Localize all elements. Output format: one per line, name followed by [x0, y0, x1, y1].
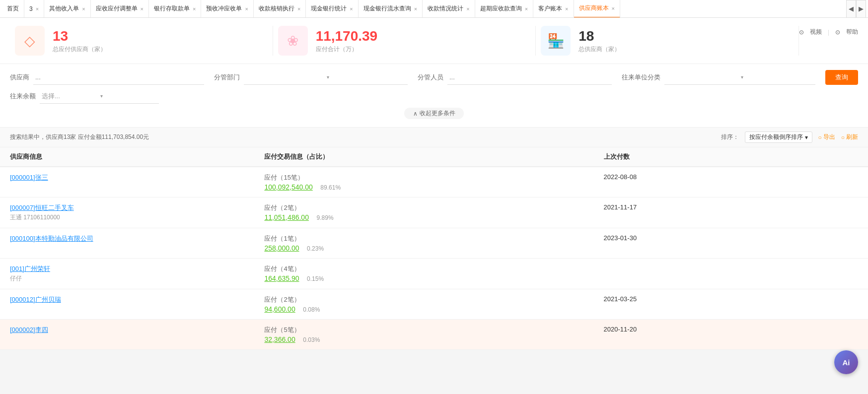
balance-select[interactable]: 选择... ▾ [40, 89, 159, 104]
sort-value: 按应付余额倒序排序 [749, 133, 803, 141]
nav-tab-bank[interactable]: 银行存取款单 × [149, 0, 201, 18]
payable-suppliers-label: 总应付供应商（家） [53, 45, 106, 54]
close-icon[interactable]: × [466, 6, 469, 12]
trans-amount[interactable]: 164,635.90 [264, 274, 299, 282]
close-icon[interactable]: × [612, 5, 615, 11]
filter-person: 分管人员 [418, 70, 612, 85]
close-icon[interactable]: × [565, 6, 568, 12]
result-actions: 排序： 按应付余额倒序排序 ▾ ○ 导出 ○ 刷新 [721, 131, 859, 143]
nav-tab-collection-stats-label: 收款情况统计 [428, 4, 463, 13]
supplier-label: 供应商 [10, 73, 29, 82]
nav-tab-collection-label: 收款核销执行 [259, 4, 294, 13]
nav-tab-cash-bank-stats-label: 现金银行统计 [311, 4, 347, 13]
summary-card-total-payable: ❀ 11,170.39 应付合计（万） [273, 26, 536, 56]
supplier-link[interactable]: [001]广州荣轩 [10, 265, 50, 272]
dept-label: 分管部门 [214, 73, 240, 82]
help-icon: ⊙ [835, 29, 840, 36]
close-icon[interactable]: × [350, 6, 353, 12]
top-links: ⊙ 视频 | ⊙ 帮助 [799, 26, 858, 36]
transaction-info: 应付（5笔） 32,366.00 0.03% [264, 326, 603, 343]
nav-next-arrow[interactable]: ▶ [856, 0, 866, 18]
nav-tab-customer-ledger[interactable]: 客户账本 × [533, 0, 574, 18]
person-label: 分管人员 [418, 73, 443, 82]
table-row: [000012]广州贝瑞 应付（2笔） 94,600.00 0.08% 2021… [0, 289, 868, 320]
total-payable-icon: ❀ [278, 26, 308, 56]
close-icon[interactable]: × [414, 6, 417, 12]
filter-area: 供应商 分管部门 ▾ 分管人员 往来单位分类 ▾ 查询 往来余额 选择 [0, 64, 868, 128]
close-icon[interactable]: × [525, 6, 528, 12]
chevron-down-icon: ▾ [741, 74, 813, 80]
search-button[interactable]: 查询 [825, 70, 858, 85]
result-bar: 搜索结果中，供应商13家 应付金额111,703,854.00元 排序： 按应付… [0, 128, 868, 147]
filter-balance: 往来余额 选择... ▾ [10, 89, 159, 104]
video-icon: ⊙ [799, 29, 804, 36]
sort-label: 排序： [721, 133, 739, 141]
trans-amount[interactable]: 32,366.00 [264, 335, 295, 343]
summary-card-payable-suppliers: ◇ 13 总应付供应商（家） [10, 26, 273, 56]
close-icon[interactable]: × [193, 6, 196, 12]
close-icon[interactable]: × [36, 6, 39, 12]
nav-prev-arrow[interactable]: ◀ [846, 0, 856, 18]
lastpay-date: 2022-08-08 [604, 173, 858, 181]
supplier-input[interactable] [33, 70, 204, 85]
nav-tab-other-income[interactable]: 其他收入单 × [44, 0, 90, 18]
supplier-link[interactable]: [000002]李四 [10, 326, 48, 333]
video-link[interactable]: 视频 [810, 28, 822, 36]
nav-tab-adjust[interactable]: 应收应付调整单 × [91, 0, 149, 18]
lastpay-value: 2021-03-25 [604, 295, 637, 303]
nav-tab-overdue[interactable]: 超期应收款查询 × [475, 0, 533, 18]
close-icon[interactable]: × [82, 6, 85, 12]
transaction-info: 应付（1笔） 258,000.00 0.23% [264, 234, 603, 252]
transaction-info: 应付（2笔） 11,051,486.00 9.89% [264, 203, 603, 221]
sort-button[interactable]: 按应付余额倒序排序 ▾ [745, 131, 812, 143]
summary-area: ◇ 13 总应付供应商（家） ❀ 11,170.39 应付合计（万） 🏪 18 … [0, 18, 868, 64]
nav-tab-cash-bank-stats[interactable]: 现金银行统计 × [306, 0, 358, 18]
nav-tab-prepay[interactable]: 预收冲应收单 × [201, 0, 253, 18]
refresh-button[interactable]: ○ 刷新 [841, 133, 858, 141]
transaction-info: 应付（2笔） 94,600.00 0.08% [264, 295, 603, 313]
supplier-link[interactable]: [000001]张三 [10, 174, 48, 181]
help-link[interactable]: 帮助 [846, 28, 858, 36]
supplier-info: [000012]广州贝瑞 [10, 295, 264, 305]
supplier-link[interactable]: [000007]恒旺二手叉车 [10, 204, 74, 211]
export-button[interactable]: ○ 导出 [818, 133, 835, 141]
supplier-sub: 王通 17106110000 [10, 213, 264, 222]
export-label: 导出 [823, 133, 835, 141]
close-icon[interactable]: × [245, 6, 248, 12]
nav-tab-cash-bank-flow[interactable]: 现金银行流水查询 × [359, 0, 423, 18]
trans-percent: 0.03% [303, 336, 320, 343]
lastpay-date: 2020-11-20 [604, 326, 858, 333]
nav-tab-collection[interactable]: 收款核销执行 × [254, 0, 306, 18]
collapse-filters-button[interactable]: ∧ 收起更多条件 [404, 108, 464, 119]
ai-button[interactable]: Ai [834, 350, 858, 374]
close-icon[interactable]: × [297, 6, 300, 12]
category-select[interactable]: ▾ [664, 70, 816, 85]
trans-amount[interactable]: 11,051,486.00 [264, 213, 309, 221]
supplier-name: [001]广州荣轩 [10, 264, 264, 273]
nav-tab-3[interactable]: 3 × [24, 0, 44, 18]
lastpay-value: 2022-08-08 [604, 173, 637, 181]
trans-amount[interactable]: 100,092,540.00 [264, 183, 312, 191]
trans-label: 应付（4笔） [264, 264, 603, 273]
nav-tab-overdue-label: 超期应收款查询 [480, 4, 522, 13]
supplier-link[interactable]: [000012]广州贝瑞 [10, 296, 61, 303]
dept-select[interactable]: ▾ [244, 70, 408, 85]
nav-tab-home[interactable]: 首页 [2, 0, 24, 18]
person-input[interactable] [447, 70, 612, 85]
summary-card-total-suppliers: 🏪 18 总供应商（家） [536, 26, 799, 56]
trans-amount[interactable]: 94,600.00 [264, 305, 295, 313]
supplier-link[interactable]: [000100]本特勤油品有限公司 [10, 235, 93, 242]
table-row: [000001]张三 应付（15笔） 100,092,540.00 89.61%… [0, 167, 868, 197]
table-body: [000001]张三 应付（15笔） 100,092,540.00 89.61%… [0, 167, 868, 350]
transaction-info: 应付（15笔） 100,092,540.00 89.61% [264, 173, 603, 191]
nav-tab-cash-bank-flow-label: 现金银行流水查询 [363, 4, 411, 13]
trans-amount[interactable]: 258,000.00 [264, 244, 299, 252]
nav-tab-customer-ledger-label: 客户账本 [538, 4, 562, 13]
nav-tab-supplier-ledger[interactable]: 供应商账本 × [574, 0, 620, 18]
trans-percent: 9.89% [317, 214, 334, 221]
table-header: 供应商信息 应付交易信息（占比） 上次付数 [0, 147, 868, 167]
close-icon[interactable]: × [141, 6, 144, 12]
total-suppliers-label: 总供应商（家） [579, 45, 620, 54]
nav-tab-collection-stats[interactable]: 收款情况统计 × [423, 0, 475, 18]
trans-label: 应付（1笔） [264, 234, 603, 243]
